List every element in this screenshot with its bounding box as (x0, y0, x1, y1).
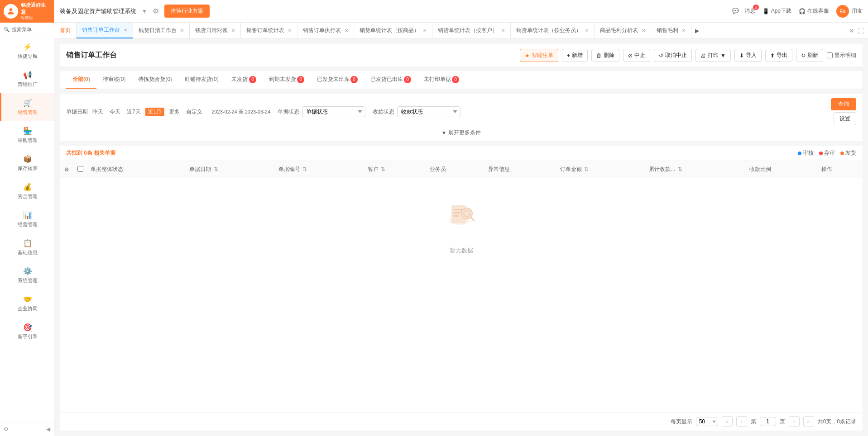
import-btn[interactable]: ⬇ 导入 (734, 49, 762, 62)
subtab-overdue-unshipped[interactable]: 到期未发货0 (263, 71, 311, 89)
ship-action[interactable]: 发货 (840, 149, 856, 157)
pause-btn[interactable]: ⊘ 中止 (623, 49, 650, 62)
topbar: 装备及固定资产辅助管理系统 ▼ ⚙ 体验行业方案 💬 6 消息 📱 App下载 … (54, 0, 868, 23)
filter-date-last7[interactable]: 近7天 (125, 107, 143, 117)
svg-point-0 (9, 8, 12, 11)
sidebar-item-guide[interactable]: 🎯 新手引导 (0, 318, 54, 346)
sidebar-item-enterprise[interactable]: 🤝 企业协同 (0, 289, 54, 318)
tab-sales-by-staff[interactable]: 销货单统计表（按业务员） ✕ (511, 23, 595, 38)
sort-date-icon[interactable]: ⇅ (214, 166, 218, 172)
subtab-shipped-not-out[interactable]: 已发货未出库0 (311, 71, 364, 89)
query-btn[interactable]: 查询 (831, 98, 856, 110)
tab-cash-daily[interactable]: 钱货日清工作台 ✕ (133, 23, 190, 38)
tab-close-sales-more[interactable]: ✕ (682, 28, 686, 33)
tab-close-sales-by-product[interactable]: ✕ (423, 28, 427, 33)
prev-page-btn[interactable]: ‹ (736, 416, 747, 427)
sort-customer-icon[interactable]: ⇅ (381, 166, 385, 172)
sidebar-item-inventory[interactable]: 📦 库存核算 (0, 149, 54, 177)
detail-checkbox[interactable]: 显示明细 (827, 52, 856, 59)
sort-amount-icon[interactable]: ⇅ (584, 166, 589, 172)
tab-sales-more[interactable]: 销售毛利 ✕ (651, 23, 691, 38)
tab-sales-workbench[interactable]: 销售订单工作台 ✕ (77, 23, 133, 38)
table-toolbar-actions: 审核 弃审 发货 (798, 149, 856, 157)
page-size-select[interactable]: 50 10 20 100 (696, 417, 718, 426)
subtab-all[interactable]: 全部(0) (66, 71, 96, 89)
filter-date-more[interactable]: 更多 (167, 107, 182, 117)
tab-sales-by-product[interactable]: 销货单统计表（按商品） ✕ (354, 23, 432, 38)
subtab-shipped-out[interactable]: 已发货已出库0 (364, 71, 417, 89)
tab-sales-stat[interactable]: 销售订单统计表 ✕ (241, 23, 297, 38)
print-btn[interactable]: 🖨 打印 ▼ (695, 49, 731, 62)
subtab-pending-review[interactable]: 待审核(0) (96, 71, 132, 89)
tab-close-sales-stat[interactable]: ✕ (288, 28, 292, 33)
tab-close-cash-account[interactable]: ✕ (231, 28, 235, 33)
sidebar-item-operations[interactable]: 📊 经营管理 (0, 205, 54, 233)
collapse-icon[interactable]: ◀ (46, 426, 50, 432)
app-download[interactable]: 📱 App下载 (762, 7, 791, 15)
filter-status-select[interactable]: 单据状态 (302, 106, 365, 117)
tab-sales-exec[interactable]: 销售订单执行表 ✕ (297, 23, 354, 38)
sort-no-icon[interactable]: ⇅ (302, 166, 307, 172)
sidebar-item-purchase[interactable]: 🏪 采购管理 (0, 121, 54, 149)
subtab-pending-inspect[interactable]: 待拣货验货(0) (132, 71, 178, 89)
last-page-btn[interactable]: » (803, 416, 814, 427)
detail-checkbox-input[interactable] (827, 52, 833, 58)
cancel-pause-icon: ↺ (659, 52, 663, 59)
cancel-audit-action[interactable]: 弃审 (819, 149, 835, 157)
col-settings[interactable]: ⚙ (60, 161, 73, 178)
sidebar-search[interactable]: 🔍 搜索菜单 (0, 23, 54, 37)
tab-sales-by-customer[interactable]: 销货单统计表（按客户） ✕ (432, 23, 511, 38)
sidebar-item-system[interactable]: ⚙️ 系统管理 (0, 261, 54, 289)
sidebar-item-finance[interactable]: 💰 资金管理 (0, 177, 54, 205)
dropdown-arrow-icon[interactable]: ▼ (142, 8, 147, 14)
expand-filter-btn[interactable]: ▼ 展开更多条件 (441, 129, 481, 137)
setting-btn[interactable]: 设置 (834, 112, 856, 125)
tab-home[interactable]: 首页 (54, 23, 77, 38)
tab-close-cash-daily[interactable]: ✕ (180, 28, 184, 33)
filter-date-1month[interactable]: 近1月 (145, 108, 165, 116)
industry-btn[interactable]: 体验行业方案 (164, 5, 210, 18)
delete-btn[interactable]: 🗑 删除 (591, 49, 619, 62)
col-check[interactable] (73, 161, 87, 178)
tab-close-sales-by-staff[interactable]: ✕ (585, 28, 589, 33)
filter-date-custom[interactable]: 自定义 (184, 107, 204, 117)
cancel-pause-btn[interactable]: ↺ 取消中止 (654, 49, 692, 62)
export-btn[interactable]: ⬆ 导出 (765, 49, 792, 62)
tab-action-close-icon[interactable]: ✕ (848, 26, 855, 35)
search-icon: 🔍 (4, 27, 10, 33)
table-scroll-area[interactable]: ⚙ 单据整体状态 单据日期 ⇅ 单据编号 ⇅ (60, 161, 863, 412)
tab-gross-profit[interactable]: 商品毛利分析表 ✕ (595, 23, 651, 38)
tab-close-sales-by-customer[interactable]: ✕ (501, 28, 505, 33)
add-btn[interactable]: + 新增 (562, 49, 588, 62)
page-number-input[interactable] (760, 417, 776, 426)
ai-generate-btn[interactable]: ★ 智能生单 (520, 49, 558, 62)
online-service[interactable]: 🎧 在线客服 (799, 7, 829, 15)
refresh-btn[interactable]: ↻ 刷新 (796, 49, 823, 62)
sort-collected-icon[interactable]: ⇅ (678, 166, 682, 172)
message-badge[interactable]: 💬 6 消息 (732, 7, 755, 15)
audit-action[interactable]: 审核 (798, 149, 814, 157)
sidebar-item-quick-nav[interactable]: ⚡ 快捷导航 (0, 37, 54, 65)
user-area[interactable]: Ea 用友 (836, 5, 863, 18)
filter-payment-select[interactable]: 收款状态 (397, 106, 460, 117)
filter-date-today[interactable]: 今天 (108, 107, 122, 117)
tab-close-sales-exec[interactable]: ✕ (345, 28, 348, 33)
topbar-settings-icon[interactable]: ⚙ (153, 7, 159, 15)
first-page-btn[interactable]: « (722, 416, 733, 427)
tab-close-sales-workbench[interactable]: ✕ (124, 28, 127, 33)
next-page-btn[interactable]: › (789, 416, 800, 427)
sidebar-item-marketing[interactable]: 📢 营销推广 (0, 65, 54, 93)
filter-area: 单据日期 昨天 今天 近7天 近1月 更多 自定义 2023-02-24 至 2… (60, 94, 863, 141)
settings-icon[interactable]: ⚙ (4, 426, 9, 432)
subtab-unprinted[interactable]: 未打印单据0 (417, 71, 465, 89)
tab-close-gross-profit[interactable]: ✕ (642, 28, 645, 33)
select-all-checkbox[interactable] (77, 166, 83, 172)
tab-cash-account[interactable]: 钱货日清对账 ✕ (190, 23, 241, 38)
sidebar-item-basic[interactable]: 📋 基础信息 (0, 233, 54, 261)
subtab-wangpu-ship[interactable]: 旺铺待发货(0) (178, 71, 225, 89)
filter-date-yesterday[interactable]: 昨天 (91, 107, 105, 117)
sidebar-item-sales[interactable]: 🛒 销售管理 (0, 93, 54, 121)
tab-action-maximize-icon[interactable]: ⛶ (857, 26, 865, 35)
subtab-unshipped[interactable]: 未发货 0 (225, 71, 263, 89)
tab-more-btn[interactable]: ▶ (691, 23, 703, 38)
